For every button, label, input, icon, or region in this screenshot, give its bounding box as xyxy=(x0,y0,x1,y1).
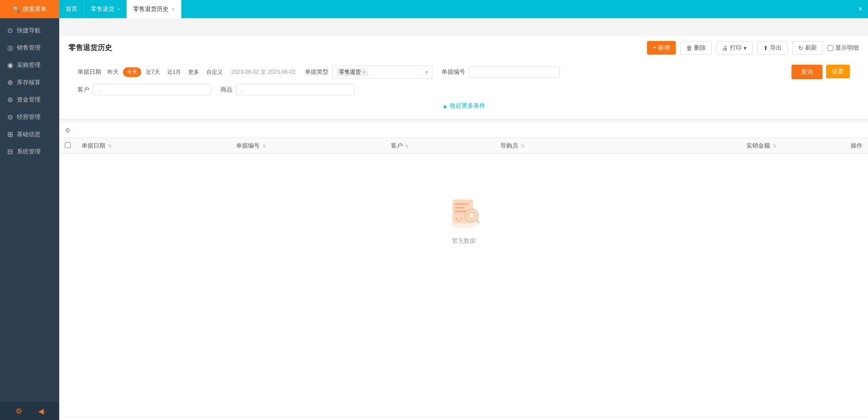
settings-bottom-icon[interactable]: ⚙ xyxy=(15,407,22,415)
sidebar-item-inventory[interactable]: ⊛ 库存核算 xyxy=(0,74,59,91)
export-label: 导出 xyxy=(770,44,782,52)
col-customer: 客户 ⇅ xyxy=(385,138,495,154)
date-btn-7days[interactable]: 近7天 xyxy=(143,67,163,77)
refresh-icon: ↻ xyxy=(798,45,803,51)
filter-row-1: 单据日期 昨天 今天 近7天 近1月 更多 自定义 2023-06-02 至 2… xyxy=(77,65,850,79)
main-content: 零售退货历史 + 新增 🗑 删除 🖨 打印 ▾ ⬆ 导出 ↻ xyxy=(59,36,868,420)
doc-type-select[interactable]: 零售退货 × ▾ xyxy=(332,66,432,79)
col-number-sort-icon[interactable]: ⇅ xyxy=(262,143,266,149)
customer-label: 客户 xyxy=(77,86,89,94)
goods-filter-group: 商品 ... xyxy=(221,84,354,95)
delete-button[interactable]: 🗑 删除 xyxy=(680,41,712,55)
sidebar-item-system[interactable]: ⊟ 系统管理 xyxy=(0,143,59,160)
window-close-icon[interactable]: × xyxy=(858,5,863,13)
col-customer-sort-icon[interactable]: ⇅ xyxy=(405,143,409,149)
doc-number-filter-group: 单据编号 xyxy=(442,67,560,78)
doc-type-chevron-icon: ▾ xyxy=(425,69,428,76)
tab-retail-return-history-label: 零售退货历史 xyxy=(133,5,169,13)
tab-retail-return[interactable]: 零售退货 × xyxy=(84,0,127,18)
sidebar-item-sales[interactable]: ◎ 销售管理 xyxy=(0,39,59,56)
sidebar-item-basic-info[interactable]: ⊞ 基础信息 xyxy=(0,126,59,143)
tab-retail-return-close[interactable]: × xyxy=(117,6,120,12)
doc-number-label: 单据编号 xyxy=(442,68,465,76)
doc-number-input[interactable] xyxy=(469,67,560,78)
table-header: 单据日期 ⇅ 单据编号 ⇅ 客户 ⇅ 导购员 ⇅ xyxy=(59,138,868,154)
svg-point-9 xyxy=(461,218,462,220)
finance-icon: ⊜ xyxy=(7,96,13,104)
date-btn-yesterday[interactable]: 昨天 xyxy=(105,67,121,77)
date-btn-more[interactable]: 更多 xyxy=(185,67,202,77)
export-button[interactable]: ⬆ 导出 xyxy=(757,41,788,55)
date-filter-group: 单据日期 昨天 今天 近7天 近1月 更多 自定义 2023-06-02 至 2… xyxy=(77,67,296,77)
date-filter-label: 单据日期 xyxy=(77,68,101,76)
svg-point-8 xyxy=(456,218,458,220)
new-button[interactable]: + 新增 xyxy=(647,41,676,55)
goods-label: 商品 xyxy=(221,86,232,94)
svg-rect-4 xyxy=(455,210,467,212)
col-date-sort-icon[interactable]: ⇅ xyxy=(108,143,112,149)
doc-type-tag-close[interactable]: × xyxy=(363,70,365,75)
quick-nav-icon: ⊙ xyxy=(7,26,13,35)
sidebar-item-purchase[interactable]: ◉ 采购管理 xyxy=(0,56,59,74)
doc-type-filter-group: 单据类型 零售退货 × ▾ xyxy=(305,66,432,79)
page-title-row: 零售退货历史 + 新增 🗑 删除 🖨 打印 ▾ ⬆ 导出 ↻ xyxy=(68,41,859,55)
table-settings-icon[interactable]: ⚙ xyxy=(65,127,71,134)
pagination: 每页显示 50 100 200 « ‹ 第 1 页 › » 共0页, 0条记录 xyxy=(59,417,868,420)
filter-row-2: 客户 ... 商品 ... xyxy=(77,84,850,95)
print-button[interactable]: 🖨 打印 ▾ xyxy=(716,41,753,55)
doc-type-tag-value: 零售退货 xyxy=(339,68,361,76)
svg-rect-2 xyxy=(455,203,468,205)
date-range-display: 2023-06-02 至 2023-06-02 xyxy=(231,68,295,76)
col-amount-sort-icon[interactable]: ⇅ xyxy=(773,143,776,149)
select-all-cell xyxy=(59,138,76,154)
refresh-label: 刷新 xyxy=(805,44,817,52)
delete-icon: 🗑 xyxy=(686,45,692,51)
basic-info-icon: ⊞ xyxy=(7,130,13,138)
empty-state: 暂无数据 xyxy=(59,154,868,282)
tab-home[interactable]: 首页 xyxy=(59,0,84,18)
customer-filter-group: 客户 ... xyxy=(77,84,211,95)
collapse-button[interactable]: ▲ 收起更多条件 xyxy=(437,100,491,112)
col-number: 单据编号 ⇅ xyxy=(231,138,385,154)
col-action: 操作 xyxy=(782,138,868,154)
show-detail-input[interactable] xyxy=(827,45,833,51)
refresh-button[interactable]: ↻ 刷新 xyxy=(792,41,823,55)
sidebar-search[interactable]: 🔍 搜索菜单 xyxy=(0,0,59,18)
show-detail-checkbox[interactable]: 显示明细 xyxy=(827,44,859,52)
page-title: 零售退货历史 xyxy=(68,43,112,53)
sidebar-item-finance[interactable]: ⊜ 资金管理 xyxy=(0,91,59,108)
svg-rect-3 xyxy=(455,207,465,209)
col-guide: 导购员 ⇅ xyxy=(495,138,627,154)
customer-select[interactable]: ... xyxy=(93,84,211,95)
collapse-label: 收起更多条件 xyxy=(450,102,485,110)
col-guide-sort-icon[interactable]: ⇅ xyxy=(521,143,524,149)
search-icon: 🔍 xyxy=(13,6,20,13)
date-btn-today[interactable]: 今天 xyxy=(123,67,141,77)
tab-retail-return-history[interactable]: 零售退货历史 × xyxy=(127,0,181,18)
collapse-sidebar-icon[interactable]: ◀ xyxy=(38,407,44,415)
goods-placeholder: ... xyxy=(240,86,245,93)
doc-type-tag: 零售退货 × xyxy=(336,68,368,77)
sidebar-search-label: 搜索菜单 xyxy=(23,5,46,13)
query-button[interactable]: 查询 xyxy=(791,65,822,79)
sidebar-item-quick-nav[interactable]: ⊙ 快捷导航 xyxy=(0,22,59,39)
date-btn-custom[interactable]: 自定义 xyxy=(204,67,226,77)
sidebar-item-label: 基础信息 xyxy=(17,130,41,138)
select-all-checkbox[interactable] xyxy=(65,142,71,148)
tab-retail-return-label: 零售退货 xyxy=(91,5,114,13)
settings-button[interactable]: 设置 xyxy=(826,65,850,78)
top-bar: 首页 零售退货 × 零售退货历史 × × xyxy=(0,0,868,18)
print-chevron-icon: ▾ xyxy=(744,45,747,51)
col-number-label: 单据编号 xyxy=(236,142,260,149)
sidebar-item-label: 快捷导航 xyxy=(17,26,41,35)
col-date-label: 单据日期 xyxy=(82,142,105,149)
tab-retail-return-history-close[interactable]: × xyxy=(171,6,174,12)
table-container: ⚙ 单据日期 ⇅ 单据编号 ⇅ 客户 xyxy=(59,123,868,417)
print-label: 打印 xyxy=(730,44,742,52)
sidebar-item-operations[interactable]: ⊝ 经营管理 xyxy=(0,108,59,126)
goods-select[interactable]: ... xyxy=(236,84,354,95)
export-icon: ⬆ xyxy=(763,45,768,51)
date-btn-1month[interactable]: 近1月 xyxy=(164,67,184,77)
print-icon: 🖨 xyxy=(722,45,728,51)
tab-home-label: 首页 xyxy=(66,5,77,13)
